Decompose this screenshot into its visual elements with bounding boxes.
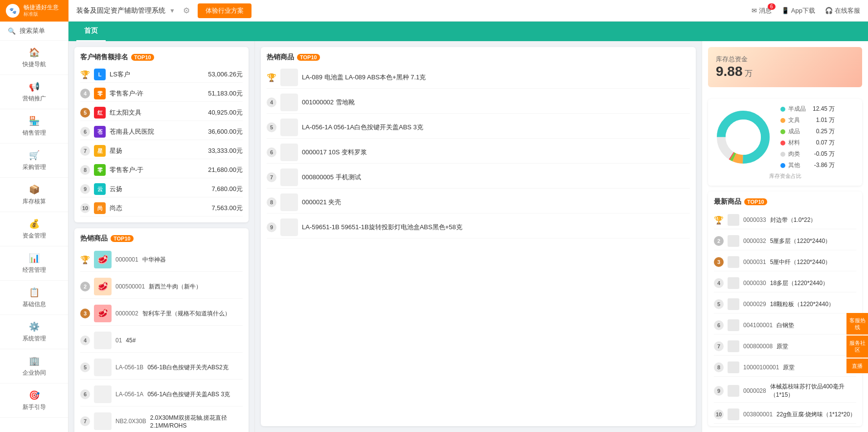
rank-number: 5	[714, 299, 724, 309]
sidebar-item-operation[interactable]: 📊 经营管理	[0, 246, 68, 281]
list-item: 2 🥩 000500001 新西兰牛肉（新牛）	[80, 275, 243, 299]
rank-item: 🏆 LA-089 电池盖 LA-089 ABS本色+黑种 7.1克	[267, 67, 690, 89]
app-download-button[interactable]: 📱 App下载	[781, 6, 815, 15]
sidebar-item-marketing[interactable]: 📢 营销推广	[0, 75, 68, 109]
float-service-community[interactable]: 服务社区	[846, 336, 868, 358]
top-header: 🐾 畅捷通好生意 标准版 装备及固定资产辅助管理系统 ▼ ⚙ 体验行业方案 ✉ …	[0, 0, 868, 22]
system-name: 装备及固定资产辅助管理系统 ▼ ⚙	[76, 6, 190, 15]
online-service-button[interactable]: 🎧 在线客服	[825, 6, 860, 15]
tab-home[interactable]: 首页	[76, 22, 106, 41]
legend-color	[780, 141, 785, 145]
product-thumbnail	[280, 218, 298, 236]
product-thumbnail: 🥩	[94, 278, 112, 295]
rank-item: 8 零 零售客户-于 21,680.00元	[80, 162, 243, 178]
sidebar-item-sales[interactable]: 🏪 销售管理	[0, 109, 68, 144]
medal-icon: 🏆	[714, 216, 724, 225]
product-thumbnail	[94, 359, 112, 376]
list-item: 🏆 🥩 0000001 中华神器	[80, 248, 243, 272]
dropdown-arrow-icon[interactable]: ▼	[169, 7, 175, 14]
sales-icon: 🏪	[28, 115, 40, 127]
left-section: 客户销售额排名 TOP10 🏆 L LS客户 53,006.26元	[69, 41, 254, 432]
product-thumbnail	[728, 319, 739, 331]
sidebar-item-inventory[interactable]: 📦 库存核算	[0, 178, 68, 212]
logo-text: 畅捷通好生意 标准版	[23, 4, 59, 17]
legend-item: 成品 0.25 万	[780, 127, 835, 136]
rank-number: 5	[267, 122, 276, 132]
list-item: 6 LA-056-1A 056-1A白色按键开关盖ABS 3克	[80, 383, 243, 407]
rank-number: 6	[80, 127, 90, 137]
new-products-card: 最新商品 TOP10 🏆 0000033 封边带（1.0*22） 2	[708, 192, 862, 426]
right-section: 库存总资金 9.88 万	[702, 41, 868, 432]
rank-number: 2	[714, 236, 724, 246]
rank-item: 9 LA-59651-1B 59651-1B旋转投影灯电池盒ABS黑色+58克	[267, 216, 690, 239]
legend-item: 肉类 -0.05 万	[780, 150, 835, 158]
list-item: 5 LA-056-1B 056-1B白色按键开关壳ABS2克	[80, 356, 243, 380]
rank-number: 4	[714, 278, 724, 288]
rank-item: 8 0000021 夹壳	[267, 192, 690, 214]
sidebar-item-purchase[interactable]: 🛒 采购管理	[0, 144, 68, 178]
product-thumbnail	[728, 361, 739, 373]
list-item: 4 01 45#	[80, 329, 243, 353]
message-button[interactable]: ✉ 消息 6	[752, 6, 772, 15]
legend-color	[780, 118, 785, 123]
product-thumbnail: 🥩	[94, 251, 112, 268]
marketing-icon: 📢	[28, 81, 40, 93]
legend-color	[780, 129, 785, 134]
rank-number: 3	[80, 309, 90, 318]
sidebar: 🔍 搜索菜单 🏠 快捷导航 📢 营销推广 🏪 销售管理 🛒 采购管理 📦 库存核…	[0, 22, 69, 432]
customer-avatar: 尚	[94, 202, 106, 214]
rank-number: 2	[80, 282, 90, 291]
basic-icon: 📋	[28, 287, 40, 298]
rank-item: 5 LA-056-1A 056-1A白色按键开关盖ABS 3克	[267, 117, 690, 139]
product-thumbnail	[280, 144, 298, 161]
legend-color	[780, 107, 785, 112]
inventory-chart-card: 半成品 12.45 万 文具 1.01 万 成品 0	[708, 99, 862, 186]
sidebar-item-basic[interactable]: 📋 基础信息	[0, 281, 68, 315]
rank-number: 10	[80, 203, 90, 213]
product-thumbnail	[728, 256, 739, 268]
legend-item: 其他 -3.86 万	[780, 161, 835, 169]
rank-item: 6 0000017 10S 变料罗浆	[267, 142, 690, 164]
rank-number: 7	[714, 341, 724, 351]
phone-icon: 📱	[781, 7, 789, 14]
medal-icon: 🏆	[80, 255, 90, 264]
svg-point-5	[726, 120, 761, 155]
rank-item: 7 000800005 手机测试	[267, 167, 690, 189]
trial-button[interactable]: 体验行业方案	[198, 3, 251, 18]
sidebar-item-finance[interactable]: 💰 资金管理	[0, 212, 68, 246]
content-area: 首页 客户销售额排名 TOP10 🏆 L LS客户	[69, 22, 868, 432]
sidebar-item-enterprise[interactable]: 🏢 企业协同	[0, 349, 68, 384]
legend-color	[780, 163, 785, 168]
float-service-hotline[interactable]: 客服热线	[846, 313, 868, 335]
new-products-list: 🏆 0000033 封边带（1.0*22） 2 0000032 5厘多层（122…	[714, 211, 856, 424]
rank-number: 6	[267, 147, 276, 157]
legend-item: 材料 0.07 万	[780, 139, 835, 147]
new-products-title: 最新商品 TOP10	[714, 197, 856, 206]
float-service-live[interactable]: 直播	[846, 359, 868, 373]
product-thumbnail	[728, 385, 739, 397]
chart-subtitle: 库存资金占比	[714, 172, 856, 180]
legend-color	[780, 152, 785, 157]
sidebar-item-newbie[interactable]: 🎯 新手引导	[0, 384, 68, 418]
rank-number: 7	[80, 146, 90, 156]
rank-item: 9 云 云扬 7,680.00元	[80, 181, 243, 197]
inventory-label: 库存总资金	[716, 55, 854, 64]
hotproduct-ranking-card: 热销商品 TOP10 🏆 LA-089 电池盖 LA-089 ABS本色+黑种 …	[261, 47, 696, 426]
chart-container: 半成品 12.45 万 文具 1.01 万 成品 0	[714, 105, 856, 169]
product-thumbnail	[728, 408, 739, 420]
rank-number: 8	[80, 165, 90, 175]
sidebar-item-quick-nav[interactable]: 🏠 快捷导航	[0, 41, 68, 75]
hot-products-main-card: 热销商品 TOP10 🏆 🥩 0000001 中华神器 2 🥩	[74, 228, 249, 432]
float-service: 客服热线 服务社区 直播	[846, 313, 868, 373]
customer-avatar: 苍	[94, 126, 106, 138]
search-menu[interactable]: 🔍 搜索菜单	[0, 22, 68, 41]
purchase-icon: 🛒	[28, 149, 40, 161]
rank-number: 8	[714, 362, 724, 372]
list-item: 7 NB2.0X30B 2.0X30MM双搓花轴,搓花直径2.1MM/ROHS	[80, 409, 243, 432]
customer-ranking-title: 客户销售额排名 TOP10	[80, 53, 243, 62]
settings-icon[interactable]: ⚙	[183, 6, 190, 15]
customer-avatar: 红	[94, 107, 106, 119]
list-item: 10 003800001 22g鱼豆腐·烧烤味（1*12*20）	[714, 406, 856, 424]
list-item: 8 10000100001 原堂	[714, 359, 856, 377]
sidebar-item-system[interactable]: ⚙️ 系统管理	[0, 315, 68, 349]
